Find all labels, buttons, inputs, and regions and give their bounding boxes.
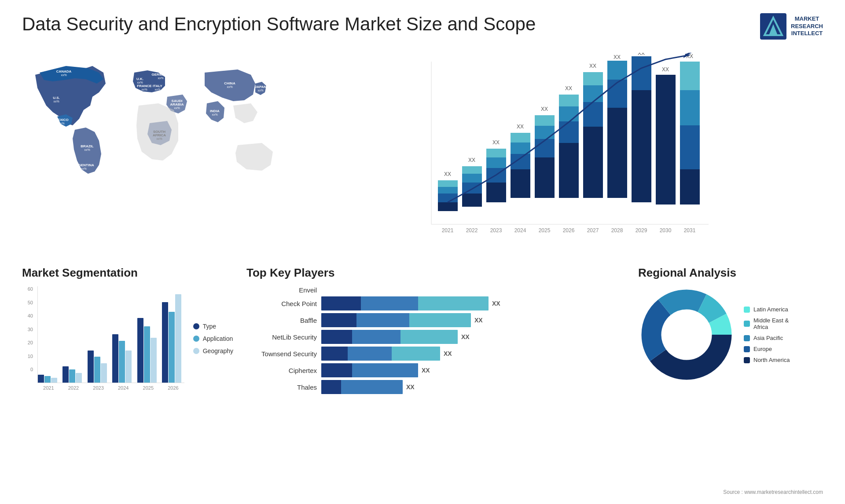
source-text: Source : www.marketresearchintellect.com [723, 489, 823, 495]
player-bar [321, 296, 489, 310]
page-title: Data Security and Encryption Software Ma… [22, 13, 536, 35]
map-section: CANADA xx% U.S. xx% MEXICO xx% BRAZIL xx… [22, 48, 295, 259]
player-row-checkpoint: Check Point XX [246, 296, 625, 310]
svg-text:2030: 2030 [660, 227, 672, 234]
key-players-title: Top Key Players [246, 266, 625, 280]
svg-text:2027: 2027 [587, 227, 599, 234]
legend-europe: Europe [744, 346, 790, 352]
svg-text:U.K.: U.K. [136, 77, 143, 81]
svg-text:XX: XX [468, 157, 475, 163]
legend-north-america: North America [744, 357, 790, 363]
svg-rect-50 [486, 157, 506, 168]
legend-latin-america: Latin America [744, 306, 790, 313]
player-row-netlib: NetLib Security XX [246, 330, 625, 344]
svg-rect-75 [607, 61, 627, 80]
player-value: XX [444, 350, 452, 357]
players-list: Enveil Check Point XX [246, 286, 625, 394]
svg-rect-71 [583, 72, 603, 85]
svg-rect-64 [559, 121, 579, 143]
svg-rect-38 [438, 202, 458, 211]
svg-rect-41 [438, 180, 458, 187]
header: Data Security and Encryption Software Ma… [22, 13, 823, 40]
seg-group-2025 [137, 318, 159, 383]
player-value: XX [422, 367, 430, 374]
key-players-section: Top Key Players Enveil Check Point [246, 266, 625, 416]
svg-rect-53 [511, 169, 530, 198]
svg-rect-77 [632, 90, 651, 202]
player-row-enveil: Enveil [246, 286, 625, 294]
regional-legend: Latin America Middle East &Africa Asia P… [744, 306, 790, 363]
legend-asia-pacific: Asia Pacific [744, 335, 790, 341]
svg-rect-80 [656, 75, 676, 205]
svg-text:INDIA: INDIA [210, 109, 220, 113]
player-bar [321, 313, 471, 327]
svg-rect-40 [438, 187, 458, 194]
svg-text:XX: XX [614, 54, 621, 60]
growth-chart-svg: XX XX XX XX [308, 53, 819, 255]
player-name: Baffle [246, 317, 317, 324]
logo-container: MARKET RESEARCH INTELLECT [760, 13, 823, 40]
svg-text:XX: XX [662, 66, 669, 73]
seg-group-2021 [38, 375, 60, 383]
svg-text:xx%: xx% [257, 89, 263, 92]
regional-title: Regional Analysis [638, 266, 823, 280]
svg-rect-74 [607, 80, 627, 108]
svg-text:2025: 2025 [539, 227, 551, 234]
seg-group-2023 [88, 351, 110, 383]
page-container: Data Security and Encryption Software Ma… [0, 0, 845, 504]
seg-group-2026 [162, 294, 184, 383]
svg-text:SPAIN: SPAIN [135, 93, 145, 97]
svg-text:xx%: xx% [154, 88, 160, 91]
svg-text:GERMANY: GERMANY [152, 73, 170, 77]
player-name: Ciphertex [246, 367, 317, 374]
svg-rect-69 [583, 102, 603, 127]
player-row-thales: Thales XX [246, 380, 625, 394]
segmentation-section: Market Segmentation 60 50 40 30 20 10 0 [22, 266, 233, 416]
svg-rect-65 [559, 106, 579, 121]
svg-text:ARGENTINA: ARGENTINA [73, 163, 94, 167]
svg-text:xx%: xx% [158, 77, 163, 80]
player-bar [321, 347, 440, 361]
svg-rect-48 [486, 183, 506, 202]
player-name: Enveil [246, 286, 317, 294]
svg-rect-86 [680, 169, 700, 205]
svg-text:xx%: xx% [84, 148, 90, 151]
player-value: XX [492, 300, 500, 307]
svg-rect-83 [680, 62, 700, 90]
svg-rect-73 [607, 108, 627, 198]
svg-text:2028: 2028 [611, 227, 623, 234]
legend-geography: Geography [193, 347, 233, 354]
svg-text:xx%: xx% [53, 100, 59, 103]
svg-text:ITALY: ITALY [153, 84, 162, 88]
svg-text:2029: 2029 [636, 227, 647, 234]
player-row-ciphertex: Ciphertex XX [246, 363, 625, 377]
svg-text:XX: XX [517, 124, 524, 130]
svg-rect-78 [632, 56, 651, 90]
legend-middle-east-africa: Middle East &Africa [744, 317, 790, 330]
player-name: Townsend Security [246, 350, 317, 358]
player-bar [321, 363, 418, 377]
svg-text:ARABIA: ARABIA [170, 102, 184, 106]
svg-text:CHINA: CHINA [224, 81, 235, 85]
player-value: XX [461, 333, 470, 340]
svg-text:2023: 2023 [490, 227, 502, 234]
svg-text:U.S.: U.S. [53, 96, 60, 100]
logo-text: MARKET RESEARCH INTELLECT [791, 15, 823, 38]
svg-text:xx%: xx% [174, 106, 180, 110]
svg-rect-61 [535, 115, 555, 126]
svg-text:XX: XX [589, 63, 596, 69]
svg-rect-85 [680, 125, 700, 169]
svg-text:2031: 2031 [684, 227, 696, 234]
player-row-baffle: Baffle XX [246, 313, 625, 327]
svg-text:xx%: xx% [137, 81, 143, 84]
svg-text:JAPAN: JAPAN [255, 85, 267, 89]
svg-text:xx%: xx% [61, 73, 66, 77]
svg-rect-45 [462, 174, 482, 183]
svg-text:XX: XX [541, 106, 548, 112]
svg-text:XX: XX [565, 85, 572, 91]
svg-rect-70 [583, 85, 603, 102]
bottom-row: Market Segmentation 60 50 40 30 20 10 0 [22, 266, 823, 416]
player-value: XX [474, 317, 483, 324]
logo-icon [760, 13, 786, 40]
svg-rect-63 [559, 143, 579, 198]
